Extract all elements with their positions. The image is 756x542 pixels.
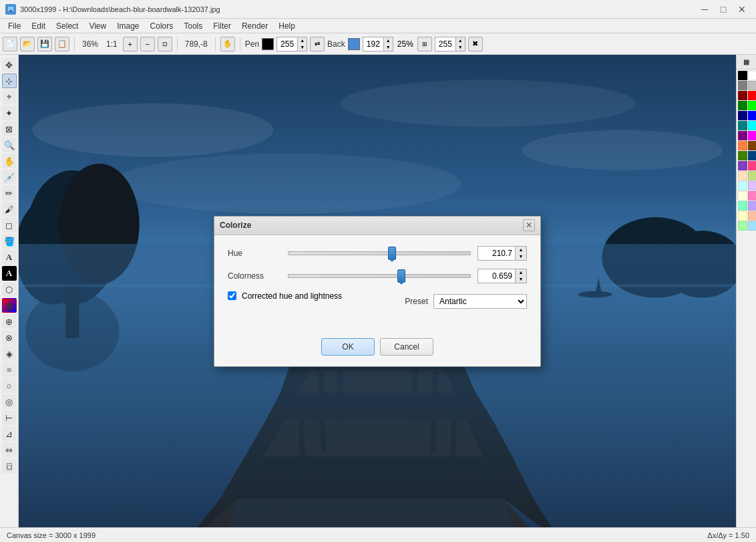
colorness-value-up[interactable]: ▲ — [516, 269, 526, 276]
back-value-input[interactable] — [363, 37, 383, 51]
tool-text-bg[interactable]: A — [2, 266, 17, 281]
tool-select-rect[interactable]: ⊹ — [2, 74, 17, 88]
menu-filter[interactable]: Filter — [208, 19, 236, 33]
hue-spinner[interactable]: ▲ ▼ — [478, 246, 527, 261]
ok-button[interactable]: OK — [321, 338, 375, 356]
palette-gray[interactable] — [738, 81, 747, 90]
tool-transform[interactable]: ⊿ — [2, 426, 17, 441]
palette-lime[interactable] — [748, 101, 756, 110]
tool-eyedropper[interactable]: 💉 — [2, 170, 17, 184]
pen-value-down[interactable]: ▼ — [297, 44, 307, 51]
palette-light-green[interactable] — [748, 171, 756, 180]
palette-cream[interactable] — [738, 211, 747, 221]
tool-pencil[interactable]: ✏ — [2, 186, 17, 200]
cancel-button[interactable]: Cancel — [380, 338, 433, 356]
palette-dark-blue[interactable] — [748, 151, 756, 160]
hue-value-down[interactable]: ▼ — [516, 253, 526, 260]
tool-gradient[interactable]: ▦ — [2, 298, 17, 313]
colorness-value-input[interactable] — [478, 269, 515, 283]
palette-light-pink[interactable] — [748, 191, 756, 200]
palette-mint[interactable] — [738, 201, 747, 211]
extra-btn2[interactable]: ✖ — [468, 37, 483, 51]
tool-fill[interactable]: 🪣 — [2, 234, 17, 249]
tool-measure[interactable]: ⊢ — [2, 410, 17, 425]
tool-sponge[interactable]: ◎ — [2, 394, 17, 409]
close-button[interactable]: ✕ — [733, 3, 751, 16]
palette-white[interactable] — [748, 71, 756, 80]
tool-magic-wand[interactable]: ✦ — [2, 106, 17, 120]
dialog-close-button[interactable]: ✕ — [523, 219, 535, 231]
canvas-area[interactable]: Colorize ✕ Hue — [19, 55, 736, 527]
swap-colors-button[interactable]: ⇄ — [310, 37, 325, 51]
pen-value-spinner[interactable]: ▲ ▼ — [276, 37, 307, 51]
tool-move[interactable]: ✥ — [2, 57, 17, 72]
pen-value-input[interactable] — [277, 37, 297, 51]
tool-lasso[interactable]: ⌖ — [2, 90, 17, 104]
hue-value-input[interactable] — [478, 247, 515, 260]
palette-black[interactable] — [738, 71, 747, 80]
palette-salmon[interactable] — [748, 211, 756, 221]
palette-orange[interactable] — [738, 141, 747, 150]
menu-colors[interactable]: Colors — [145, 19, 179, 33]
palette-silver[interactable] — [748, 81, 756, 90]
palette-lavender[interactable] — [748, 201, 756, 211]
tool-eraser[interactable]: ◻ — [2, 218, 17, 233]
palette-light-yellow[interactable] — [738, 191, 747, 200]
new-button[interactable]: 📄 — [3, 37, 17, 51]
palette-maroon[interactable] — [738, 91, 747, 100]
palette-pink[interactable] — [748, 161, 756, 170]
tool-dodge[interactable]: ○ — [2, 378, 17, 393]
preset-select[interactable]: Antartic Sepia Cool Blue Warm Orange Cus… — [433, 294, 527, 309]
menu-render[interactable]: Render — [236, 19, 273, 33]
menu-image[interactable]: Image — [112, 19, 144, 33]
back-color-swatch[interactable] — [348, 38, 360, 50]
pen-color-swatch[interactable] — [262, 38, 274, 50]
tool-brush[interactable]: 🖌 — [2, 202, 17, 217]
copy-button[interactable]: 📋 — [55, 37, 69, 51]
tool-zoom[interactable]: 🔍 — [2, 138, 17, 152]
tool-sharpen[interactable]: ◈ — [2, 346, 17, 361]
colorness-spinner[interactable]: ▲ ▼ — [478, 269, 527, 283]
palette-sky-blue[interactable] — [748, 221, 756, 231]
palette-purple[interactable] — [738, 131, 747, 140]
extra-btn1[interactable]: ⊞ — [417, 37, 432, 51]
tool-heal[interactable]: ⊗ — [2, 330, 17, 345]
colorness-slider-thumb[interactable] — [397, 269, 405, 283]
menu-select[interactable]: Select — [51, 19, 83, 33]
palette-green[interactable] — [738, 101, 747, 110]
zoom-in-button[interactable]: + — [123, 37, 138, 51]
palette-peach[interactable] — [738, 171, 747, 180]
palette-cyan[interactable] — [748, 121, 756, 130]
extra-value-input[interactable] — [435, 37, 455, 51]
hand-tool-btn[interactable]: ✋ — [220, 37, 235, 51]
palette-light-purple[interactable] — [748, 181, 756, 190]
hue-slider-container[interactable] — [288, 247, 471, 260]
zoom-fit-button[interactable]: ⊡ — [158, 37, 172, 51]
palette-red[interactable] — [748, 91, 756, 100]
palette-teal[interactable] — [738, 121, 747, 130]
zoom-out-button[interactable]: − — [140, 37, 155, 51]
tool-perspective[interactable]: ⌼ — [2, 458, 17, 473]
tool-hand[interactable]: ✋ — [2, 154, 17, 168]
back-value-up[interactable]: ▲ — [383, 37, 393, 44]
checkbox-label[interactable]: Corrected hue and lightness — [242, 291, 342, 301]
back-value-down[interactable]: ▼ — [383, 44, 393, 51]
menu-tools[interactable]: Tools — [178, 19, 208, 33]
extra-value-up[interactable]: ▲ — [455, 37, 465, 44]
palette-pale-green[interactable] — [738, 221, 747, 231]
tool-clone[interactable]: ⊕ — [2, 314, 17, 329]
tool-smear[interactable]: ≈ — [2, 362, 17, 377]
tool-flip[interactable]: ⇔ — [2, 442, 17, 457]
tool-text[interactable]: A — [2, 250, 17, 265]
extra-spinner[interactable]: ▲ ▼ — [435, 37, 465, 51]
save-button[interactable]: 💾 — [37, 37, 52, 51]
menu-help[interactable]: Help — [273, 19, 301, 33]
hue-value-up[interactable]: ▲ — [516, 247, 526, 253]
palette-light-cyan[interactable] — [738, 181, 747, 190]
palette-violet[interactable] — [738, 161, 747, 170]
tool-shapes[interactable]: ⬡ — [2, 282, 17, 297]
maximize-button[interactable]: □ — [715, 3, 732, 16]
open-button[interactable]: 📂 — [20, 37, 35, 51]
pen-value-up[interactable]: ▲ — [297, 37, 307, 44]
palette-blue[interactable] — [748, 111, 756, 120]
